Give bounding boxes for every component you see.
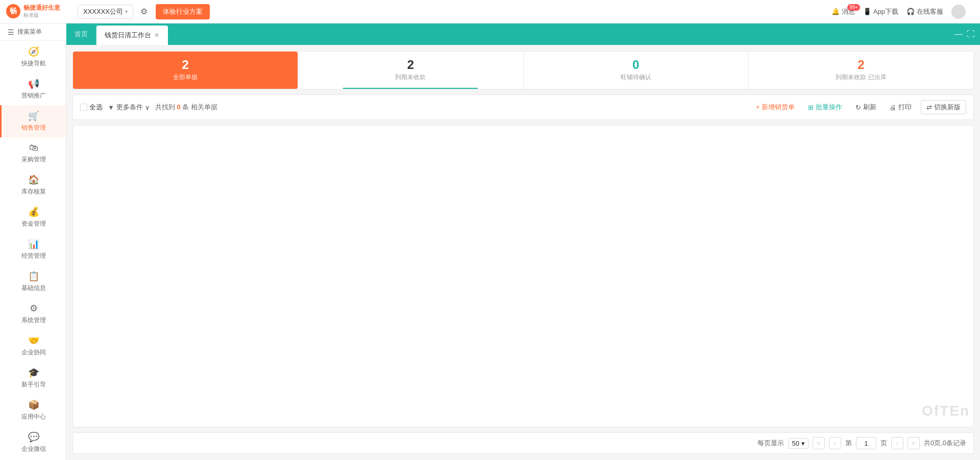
table-area — [72, 125, 974, 427]
headset-icon: 🎧 — [906, 8, 915, 15]
stats-row: 2 全部单据 2 到期未收款 0 旺辅待确认 2 到期未收款 已出库 — [72, 51, 974, 89]
tab-close-icon[interactable]: ✕ — [154, 32, 159, 39]
chevron-down-icon: ▾ — [125, 9, 128, 14]
sidebar-item-label: 快捷导航 — [21, 59, 46, 68]
tab-minimize-icon[interactable]: — — [954, 30, 963, 39]
stat-overdue-shipped-num: 2 — [759, 59, 963, 71]
stat-underline — [343, 88, 478, 89]
page-label: 第 — [845, 439, 852, 448]
experience-button[interactable]: 体验行业方案 — [156, 4, 210, 19]
sidebar-item-purchase[interactable]: 🛍 采购管理 — [0, 137, 66, 169]
stat-overdue-shipped[interactable]: 2 到期未收款 已出库 — [749, 52, 973, 89]
sidebar-item-wechat[interactable]: 💬 企业微信 — [0, 426, 66, 458]
filter-icon: ▼ — [108, 104, 114, 111]
stat-overdue-label: 到期未收款 — [308, 73, 512, 82]
page-label2: 页 — [880, 439, 887, 448]
next-page-button[interactable]: › — [891, 437, 903, 449]
prev-page-button[interactable]: ‹ — [829, 437, 841, 449]
settings-button[interactable]: ⚙ — [136, 4, 152, 19]
print-button[interactable]: 🖨 打印 — [886, 101, 916, 114]
money-icon: 💰 — [28, 206, 39, 217]
handshake-icon: 🤝 — [28, 335, 39, 346]
stat-overdue-num: 2 — [308, 59, 512, 71]
tab-home-label: 首页 — [75, 30, 88, 39]
page-input[interactable]: 1 — [856, 437, 876, 449]
app-download-button[interactable]: 📱 App下载 — [863, 7, 898, 16]
stat-overdue-shipped-label: 到期未收款 已出库 — [759, 73, 963, 82]
messages-button[interactable]: 🔔 消息 99+ — [831, 7, 855, 16]
per-page-select[interactable]: 50 ▾ — [788, 438, 808, 449]
sidebar-item-label: 销售管理 — [21, 124, 46, 132]
first-page-button[interactable]: « — [813, 437, 825, 449]
sidebar-item-quicknav[interactable]: 🧭 快捷导航 — [0, 41, 66, 73]
tab-expand-icon[interactable]: ⛶ — [967, 30, 975, 39]
top-header: 畅 畅捷通好生意 标准版 XXXXXX公司 ▾ ⚙ 体验行业方案 🔔 消息 99… — [0, 0, 980, 23]
pagination-bar: 每页显示 50 ▾ « ‹ 第 1 页 › » 共0页,0条记录 — [72, 432, 974, 454]
tab-home[interactable]: 首页 — [66, 23, 96, 45]
online-service-button[interactable]: 🎧 在线客服 — [906, 7, 943, 16]
filter-label: 更多条件 — [116, 103, 143, 112]
bag-icon: 🛍 — [29, 142, 38, 153]
sidebar-item-label: 库存核算 — [21, 187, 46, 196]
tab-workbench[interactable]: 钱货日清工作台 ✕ — [96, 26, 168, 45]
sidebar-item-search[interactable]: ☰ 搜索菜单 — [0, 23, 66, 41]
sidebar-item-system[interactable]: ⚙ 系统管理 — [0, 298, 66, 330]
toolbar-left: 全选 ▼ 更多条件 ∨ 共找到 0 条 相关单据 — [80, 103, 747, 112]
refresh-button[interactable]: ↻ 刷新 — [851, 101, 880, 114]
select-all-checkbox[interactable]: 全选 — [80, 103, 103, 112]
batch-operation-button[interactable]: ⊞ 批量操作 — [804, 101, 846, 114]
sidebar-item-appstore[interactable]: 📦 应用中心 — [0, 394, 66, 426]
filter-button[interactable]: ▼ 更多条件 ∨ — [108, 103, 150, 112]
sidebar-item-operations[interactable]: 📊 经营管理 — [0, 233, 66, 265]
chevron-icon: ∨ — [145, 104, 150, 111]
sidebar-item-label: 资金管理 — [21, 220, 46, 228]
sidebar-item-label: 搜索菜单 — [17, 28, 42, 36]
company-name: XXXXXX公司 — [83, 7, 123, 16]
house-icon: 🏠 — [28, 174, 39, 185]
stat-wangfu[interactable]: 0 旺辅待确认 — [524, 52, 749, 89]
sidebar-item-marketing[interactable]: 📢 营销推广 — [0, 73, 66, 105]
wechat-icon: 💬 — [28, 431, 39, 443]
stat-all[interactable]: 2 全部单据 — [73, 52, 298, 89]
switch-version-button[interactable]: ⇄ 切换新版 — [921, 100, 966, 114]
found-count: 0 — [177, 103, 181, 111]
toolbar-right: + 新增销货单 ⊞ 批量操作 ↻ 刷新 🖨 打印 ⇄ — [752, 100, 966, 114]
search-icon: ☰ — [8, 28, 14, 36]
stat-all-label: 全部单据 — [83, 73, 287, 82]
sidebar-item-inventory[interactable]: 🏠 库存核算 — [0, 169, 66, 201]
gear-icon: ⚙ — [30, 303, 38, 314]
logo-text: 畅捷通好生意 — [23, 4, 60, 11]
tab-workbench-label: 钱货日清工作台 — [105, 31, 151, 40]
phone-icon: 📱 — [863, 8, 871, 15]
found-text: 共找到 0 条 相关单据 — [155, 103, 217, 112]
compass-icon: 🧭 — [28, 46, 39, 57]
stat-wangfu-label: 旺辅待确认 — [534, 73, 738, 82]
per-page-label: 每页显示 — [757, 439, 784, 448]
sidebar-item-cooperation[interactable]: 🤝 企业协同 — [0, 330, 66, 362]
logo-sub: 标准版 — [23, 12, 60, 19]
sidebar-item-label: 采购管理 — [21, 155, 46, 164]
select-all-label: 全选 — [89, 103, 103, 112]
main-layout: ☰ 搜索菜单 🧭 快捷导航 📢 营销推广 🛒 销售管理 🛍 采购管理 🏠 库存核… — [0, 23, 980, 460]
stat-overdue[interactable]: 2 到期未收款 — [298, 52, 523, 89]
sidebar-item-label: 企业协同 — [21, 348, 46, 357]
tab-bar-actions: — ⛶ — [949, 30, 980, 39]
messages-badge: 99+ — [847, 4, 860, 11]
sidebar: ☰ 搜索菜单 🧭 快捷导航 📢 营销推广 🛒 销售管理 🛍 采购管理 🏠 库存核… — [0, 23, 66, 460]
add-sales-button[interactable]: + 新增销货单 — [752, 101, 799, 114]
last-page-button[interactable]: » — [908, 437, 920, 449]
stat-wangfu-num: 0 — [534, 59, 738, 71]
sidebar-item-finance[interactable]: 💰 资金管理 — [0, 201, 66, 233]
sidebar-item-basics[interactable]: 📋 基础信息 — [0, 265, 66, 298]
company-selector[interactable]: XXXXXX公司 ▾ — [78, 5, 133, 19]
logo-icon: 畅 — [6, 4, 20, 18]
sidebar-item-guide[interactable]: 🎓 新手引导 — [0, 362, 66, 394]
sidebar-item-label: 系统管理 — [21, 316, 46, 325]
checkbox-box — [80, 104, 87, 111]
sidebar-item-sales[interactable]: 🛒 销售管理 — [0, 105, 66, 137]
per-page-arrow: ▾ — [801, 440, 805, 447]
bell-icon: 🔔 — [831, 8, 840, 15]
header-right: 🔔 消息 99+ 📱 App下载 🎧 在线客服 — [831, 5, 974, 19]
refresh-icon: ↻ — [855, 104, 861, 111]
avatar[interactable] — [951, 5, 966, 19]
